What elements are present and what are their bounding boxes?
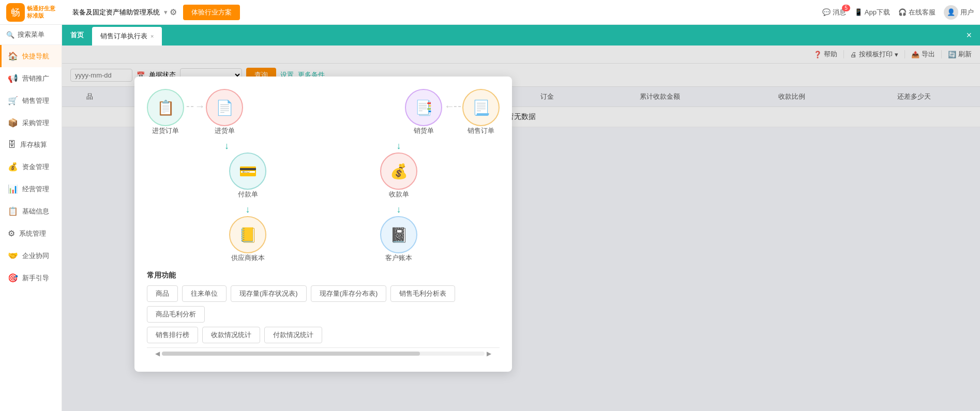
scroll-right-icon[interactable]: ▶ (487, 350, 491, 357)
page-content: ❓ 帮助 🖨 按模板打印 ▾ 📤 导出 (62, 45, 980, 411)
sidebar-item-purchase[interactable]: 📦 采购管理 (0, 112, 62, 134)
func-btn-row-1: 商品 往来单位 现存量(库存状况表) 现存量(库存分布表) 销售毛利分析表 商品… (147, 285, 500, 323)
payment-bill-label: 付款单 (238, 190, 258, 199)
arrow-down-payment: ↓ (246, 204, 250, 215)
user-menu[interactable]: 👤 用户 (944, 5, 974, 20)
sidebar-item-cooperation[interactable]: 🤝 企业协同 (0, 245, 62, 267)
common-functions: 常用功能 商品 往来单位 现存量(库存状况表) 现存量(库存分布表) 销售毛利分… (147, 271, 500, 343)
func-btn-partner[interactable]: 往来单位 (182, 285, 227, 302)
purchase-order-label: 进货订单 (152, 126, 179, 135)
customer-ledger-icon: 📓 (390, 226, 408, 243)
func-btn-sales-margin[interactable]: 销售毛利分析表 (390, 285, 455, 302)
online-service-button[interactable]: 🎧 在线客服 (898, 8, 936, 17)
sales-bill-node[interactable]: 📑 销货单 (405, 89, 442, 135)
flow-row-2: 💳 付款单 💰 收款单 (147, 153, 500, 199)
scroll-bar-area: ◀ ▶ (147, 347, 500, 359)
flow-row-3: 📒 供应商账本 📓 客户账本 (147, 216, 500, 263)
flow-arrows-row: ↓ ↓ (147, 140, 500, 153)
sales-order-label: 销售订单 (468, 126, 494, 135)
cooperation-icon: 🤝 (8, 251, 18, 261)
sidebar-item-inventory[interactable]: 🗄 库存核算 (0, 134, 62, 156)
popup-box: 📋 进货订单 - - → 📄 进货单 (134, 77, 512, 372)
inventory-icon: 🗄 (8, 140, 16, 149)
dropdown-arrow-icon[interactable]: ▾ (164, 8, 168, 16)
scroll-track[interactable] (162, 352, 485, 356)
sidebar-item-newbie[interactable]: 🎯 新手引导 (0, 267, 62, 289)
scroll-left-icon[interactable]: ◀ (155, 350, 160, 357)
purchase-bill-icon: 📄 (216, 99, 234, 116)
sales-icon: 🛒 (8, 96, 18, 105)
supplier-ledger-label: 供应商账本 (231, 253, 265, 263)
close-all-tabs-button[interactable]: × (958, 30, 980, 41)
supplier-ledger-circle: 📒 (229, 216, 266, 253)
sales-bill-icon: 📑 (415, 99, 433, 116)
sales-order-node[interactable]: 📃 销售订单 (462, 89, 500, 135)
sidebar-item-quick-nav[interactable]: 🏠 快捷导航 (0, 45, 62, 67)
func-btn-stock-dist[interactable]: 现存量(库存分布表) (311, 285, 387, 302)
newbie-icon: 🎯 (8, 273, 18, 283)
message-icon: 💬 (822, 8, 831, 16)
payment-bill-circle: 💳 (229, 153, 266, 190)
system-title-area: 装备及固定资产辅助管理系统 ▾ (72, 8, 168, 17)
finance-icon: 💰 (8, 162, 18, 172)
logo-text: 畅通好生意标准版 (27, 5, 55, 19)
customer-ledger-label: 客户账本 (385, 253, 412, 263)
message-badge: 5 (842, 5, 850, 11)
gear-button[interactable]: ⚙ (170, 7, 177, 17)
sidebar-item-system[interactable]: ⚙ 系统管理 (0, 222, 62, 245)
app-download-button[interactable]: 📱 App下载 (854, 8, 890, 17)
top-bar: 畅 畅通好生意标准版 装备及固定资产辅助管理系统 ▾ ⚙ 体验行业方案 💬 消息… (0, 0, 980, 25)
receipt-bill-circle: 💰 (380, 153, 417, 190)
receipt-bill-label: 收款单 (389, 190, 409, 199)
sidebar-item-finance[interactable]: 💰 资金管理 (0, 156, 62, 178)
customer-ledger-circle: 📓 (380, 216, 417, 253)
tab-close-icon[interactable]: × (150, 33, 154, 39)
arrow-down-purchase: ↓ (224, 141, 229, 151)
system-icon: ⚙ (8, 229, 15, 238)
purchase-order-circle: 📋 (147, 89, 184, 126)
search-menu-button[interactable]: 🔍 搜索菜单 (0, 25, 62, 45)
purchase-order-node[interactable]: 📋 进货订单 (147, 89, 184, 135)
receipt-bill-node[interactable]: 💰 收款单 (365, 153, 432, 199)
download-icon: 📱 (854, 8, 863, 16)
search-icon: 🔍 (6, 31, 14, 39)
flow-arrows-row-2: ↓ ↓ (147, 203, 500, 216)
func-btn-stock-status[interactable]: 现存量(库存状况表) (231, 285, 307, 302)
func-btn-sales-rank[interactable]: 销售排行榜 (147, 327, 198, 343)
home-icon: 🏠 (8, 51, 18, 61)
arrow-2: ←- - (444, 100, 460, 125)
tab-bar: 首页 销售订单执行表 × × (62, 25, 980, 45)
popup-overlay[interactable]: 📋 进货订单 - - → 📄 进货单 (62, 45, 980, 411)
payment-bill-node[interactable]: 💳 付款单 (214, 153, 281, 199)
arrow-down-receipt: ↓ (397, 204, 401, 215)
sales-order-icon: 📃 (472, 99, 490, 116)
sales-bill-circle: 📑 (405, 89, 442, 126)
payment-bill-icon: 💳 (239, 163, 257, 180)
sidebar-item-sales[interactable]: 🛒 销售管理 (0, 89, 62, 112)
common-functions-title: 常用功能 (147, 271, 500, 280)
sales-order-circle: 📃 (462, 89, 500, 126)
sales-bill-label: 销货单 (414, 126, 434, 135)
purchase-bill-node[interactable]: 📄 进货单 (206, 89, 243, 135)
sidebar: 🔍 搜索菜单 🏠 快捷导航 📢 营销推广 🛒 销售管理 📦 采购管理 🗄 (0, 25, 62, 411)
supplier-ledger-icon: 📒 (239, 226, 257, 243)
customer-ledger-node[interactable]: 📓 客户账本 (365, 216, 432, 263)
supplier-ledger-node[interactable]: 📒 供应商账本 (214, 216, 281, 263)
tab-sales-order[interactable]: 销售订单执行表 × (92, 27, 162, 45)
sidebar-item-operations[interactable]: 📊 经营管理 (0, 178, 62, 200)
scroll-thumb (162, 352, 420, 356)
basic-icon: 📋 (8, 206, 18, 216)
arrow-down-sales: ↓ (397, 141, 401, 151)
func-btn-product-margin[interactable]: 商品毛利分析 (147, 306, 205, 323)
func-btn-receipt-stat[interactable]: 收款情况统计 (202, 327, 260, 343)
func-btn-product[interactable]: 商品 (147, 285, 178, 302)
tab-home[interactable]: 首页 (62, 25, 92, 45)
service-icon: 🎧 (898, 8, 907, 16)
func-btn-payment-stat[interactable]: 付款情况统计 (264, 327, 322, 343)
message-button[interactable]: 💬 消息 5 (822, 8, 846, 17)
receipt-bill-icon: 💰 (390, 163, 408, 180)
sidebar-item-basic-info[interactable]: 📋 基础信息 (0, 200, 62, 222)
trial-button[interactable]: 体验行业方案 (183, 5, 240, 20)
system-name: 装备及固定资产辅助管理系统 (72, 8, 160, 17)
sidebar-item-marketing[interactable]: 📢 营销推广 (0, 67, 62, 89)
